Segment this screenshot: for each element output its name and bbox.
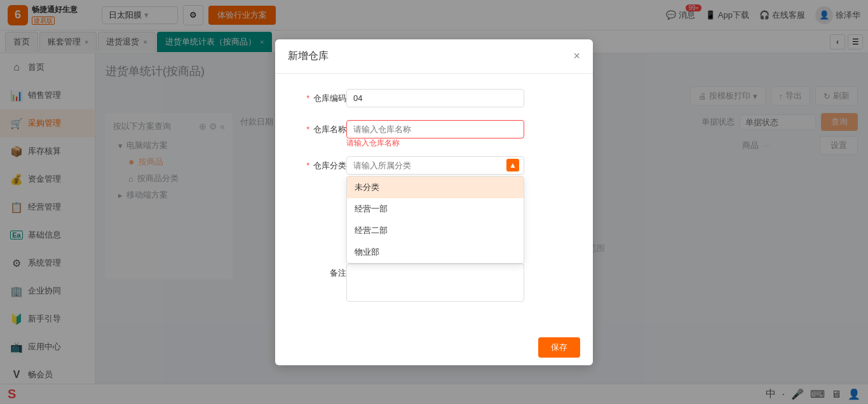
name-label: * 仓库名称	[295, 120, 346, 135]
form-row-notes: 备注	[295, 264, 573, 302]
modal-overlay[interactable]: 新增仓库 × * 仓库编码 * 仓库名称 请输入仓库名称	[0, 0, 868, 404]
form-row-name: * 仓库名称 请输入仓库名称	[295, 120, 573, 138]
modal-header: 新增仓库 ×	[275, 39, 593, 74]
name-input[interactable]	[346, 120, 524, 138]
modal-footer: 保存	[275, 330, 593, 365]
code-label: * 仓库编码	[295, 89, 346, 104]
category-label: * 仓库分类	[295, 156, 346, 172]
modal-close-button[interactable]: ×	[573, 50, 580, 63]
category-option-property[interactable]: 物业部	[347, 241, 524, 263]
category-wrapper: ▲ 未分类 经营一部 经营二部 物业部	[346, 156, 524, 175]
category-option-dept2[interactable]: 经营二部	[347, 220, 524, 241]
modal-title: 新增仓库	[288, 50, 329, 63]
modal-body: * 仓库编码 * 仓库名称 请输入仓库名称 *	[275, 74, 593, 330]
form-row-category: * 仓库分类 ▲ 未分类 经营一部 经营二部 物业部	[295, 156, 573, 175]
name-error-message: 请输入仓库名称	[346, 138, 400, 149]
save-button[interactable]: 保存	[538, 337, 580, 358]
form-row-code: * 仓库编码	[295, 89, 573, 107]
category-option-uncategorized[interactable]: 未分类	[347, 177, 524, 198]
code-input[interactable]	[346, 89, 524, 107]
category-input[interactable]	[346, 156, 524, 175]
notes-label: 备注	[295, 264, 346, 279]
category-toggle-button[interactable]: ▲	[506, 159, 519, 172]
category-option-dept1[interactable]: 经营一部	[347, 198, 524, 220]
notes-textarea[interactable]	[346, 264, 524, 302]
new-warehouse-modal: 新增仓库 × * 仓库编码 * 仓库名称 请输入仓库名称	[275, 39, 593, 365]
category-dropdown: 未分类 经营一部 经营二部 物业部	[346, 176, 524, 264]
